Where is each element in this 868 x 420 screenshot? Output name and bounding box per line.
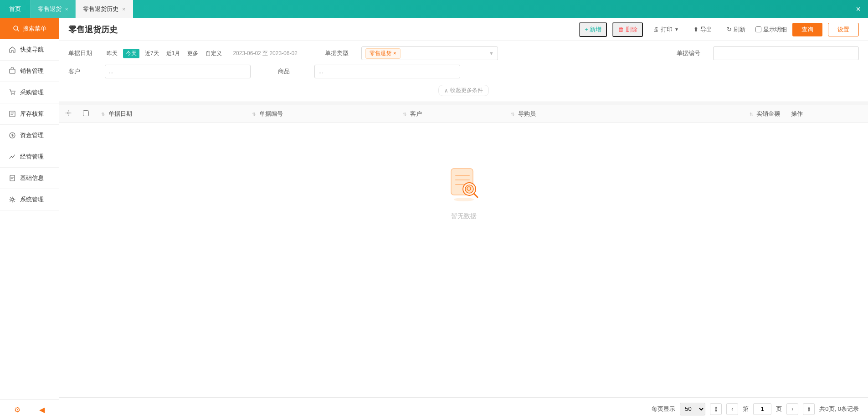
inventory-icon xyxy=(8,110,16,118)
th-guide[interactable]: ⇅ 导购员 xyxy=(505,105,635,123)
svg-rect-7 xyxy=(10,175,15,181)
sidebar-label-basic-info: 基础信息 xyxy=(20,174,44,182)
svg-rect-2 xyxy=(10,69,15,73)
filter-area: 单据日期 昨天 今天 近7天 近1月 更多 自定义 2023-06-02 至 2… xyxy=(59,41,868,102)
sidebar-item-sales[interactable]: 销售管理 xyxy=(0,61,59,82)
show-detail-checkbox[interactable]: 显示明细 xyxy=(755,26,787,34)
date-label: 单据日期 xyxy=(68,49,96,57)
page-header: 零售退货历史 + 新增 🗑 删除 🖨 打印 ▼ ⬆ 导出 ↻ 刷新 xyxy=(59,18,868,41)
top-bar: 首页 零售退货 × 零售退货历史 × × xyxy=(0,0,868,18)
export-label: 导出 xyxy=(700,26,712,34)
refresh-button[interactable]: ↻ 刷新 xyxy=(722,23,750,36)
basic-info-icon xyxy=(8,174,16,182)
tab-home[interactable]: 首页 xyxy=(0,0,31,18)
sidebar-label-operations: 经营管理 xyxy=(20,153,44,161)
doc-type-select[interactable]: 零售退货 × ▼ xyxy=(361,46,498,60)
sidebar-item-operations[interactable]: 经营管理 xyxy=(0,146,59,168)
sidebar-label-inventory: 库存核算 xyxy=(20,110,44,118)
last-page-button[interactable]: ⟫ xyxy=(803,403,815,415)
tab-retail-return[interactable]: 零售退货 × xyxy=(31,0,76,18)
th-customer[interactable]: ⇅ 客户 xyxy=(397,105,505,123)
table-header-row: ⇅ 单据日期 ⇅ 单据编号 ⇅ 客户 ⇅ 导购员 xyxy=(59,105,868,123)
customer-select[interactable]: ... xyxy=(105,65,251,78)
print-button[interactable]: 🖨 打印 ▼ xyxy=(648,23,683,36)
sidebar-item-system[interactable]: 系统管理 xyxy=(0,189,59,210)
th-doc-date-label: 单据日期 xyxy=(108,110,132,117)
show-detail-label: 显示明细 xyxy=(763,26,787,34)
page-size-select[interactable]: 10 20 50 100 xyxy=(680,403,705,415)
sort-arrows-doc-no: ⇅ xyxy=(252,112,256,117)
sidebar-label-system: 系统管理 xyxy=(20,195,44,204)
sidebar-bottom: ⚙ ◀ xyxy=(0,399,59,420)
window-close-button[interactable]: × xyxy=(856,5,861,14)
doc-type-tag-close[interactable]: × xyxy=(393,50,396,56)
th-actual-amount[interactable]: ⇅ 实销金额 xyxy=(635,105,786,123)
filter-row-1: 单据日期 昨天 今天 近7天 近1月 更多 自定义 2023-06-02 至 2… xyxy=(68,46,859,60)
delete-button[interactable]: 🗑 删除 xyxy=(612,22,643,37)
sidebar-item-quick-nav[interactable]: 快捷导航 xyxy=(0,39,59,61)
sidebar-item-basic-info[interactable]: 基础信息 xyxy=(0,168,59,189)
search-icon xyxy=(13,25,20,32)
collapse-label: 收起更多条件 xyxy=(450,87,483,94)
date-btn-today[interactable]: 今天 xyxy=(123,49,139,58)
collapse-sidebar-button[interactable]: ◀ xyxy=(39,405,45,414)
content-area: 零售退货历史 + 新增 🗑 删除 🖨 打印 ▼ ⬆ 导出 ↻ 刷新 xyxy=(59,18,868,420)
setting-button[interactable]: 设置 xyxy=(828,23,859,36)
th-actual-amount-label: 实销金额 xyxy=(756,110,780,117)
th-checkbox[interactable] xyxy=(77,105,96,123)
date-btn-1month[interactable]: 近1月 xyxy=(164,49,182,58)
new-button[interactable]: + 新增 xyxy=(579,22,607,37)
collapse-up-icon: ∧ xyxy=(444,87,448,94)
date-btn-more[interactable]: 更多 xyxy=(185,49,200,58)
doc-type-tag: 零售退货 × xyxy=(365,48,401,59)
doc-no-input[interactable] xyxy=(713,46,859,60)
search-menu-button[interactable]: 搜索菜单 xyxy=(0,18,59,39)
th-doc-no-label: 单据编号 xyxy=(259,110,283,117)
empty-text: 暂无数据 xyxy=(451,212,477,220)
select-all-checkbox[interactable] xyxy=(83,110,89,116)
empty-state: 暂无数据 xyxy=(59,123,868,248)
tab-retail-return-label: 零售退货 xyxy=(38,5,62,13)
th-doc-date[interactable]: ⇅ 单据日期 xyxy=(96,105,247,123)
page-unit: 页 xyxy=(776,405,782,413)
header-actions: + 新增 🗑 删除 🖨 打印 ▼ ⬆ 导出 ↻ 刷新 显示明细 xyxy=(579,22,859,37)
date-btn-7days[interactable]: 近7天 xyxy=(143,49,161,58)
export-button[interactable]: ⬆ 导出 xyxy=(689,23,717,36)
doc-no-label: 单据编号 xyxy=(677,49,704,57)
customer-dots: ... xyxy=(109,68,113,75)
tab-retail-return-history[interactable]: 零售退货历史 × xyxy=(76,0,133,18)
current-page-input[interactable] xyxy=(753,403,771,415)
date-btn-yesterday[interactable]: 昨天 xyxy=(105,49,119,58)
sidebar-item-purchase[interactable]: 采购管理 xyxy=(0,82,59,103)
th-guide-label: 导购员 xyxy=(518,110,536,117)
svg-line-17 xyxy=(474,194,478,197)
refresh-label: 刷新 xyxy=(734,26,745,34)
svg-point-10 xyxy=(454,198,474,201)
prev-page-button[interactable]: ‹ xyxy=(726,403,738,415)
doc-type-container: 零售退货 × ▼ xyxy=(361,46,658,60)
date-btn-custom[interactable]: 自定义 xyxy=(204,49,224,58)
sidebar-item-inventory[interactable]: 库存核算 xyxy=(0,103,59,125)
first-page-button[interactable]: ⟪ xyxy=(710,403,722,415)
sidebar-label-quick-nav: 快捷导航 xyxy=(20,46,44,54)
svg-point-4 xyxy=(14,94,15,95)
query-button[interactable]: 查询 xyxy=(792,23,822,36)
tab-retail-return-close[interactable]: × xyxy=(65,6,68,12)
empty-row: 暂无数据 xyxy=(59,123,868,248)
tab-retail-return-history-close[interactable]: × xyxy=(122,6,125,12)
svg-point-9 xyxy=(67,112,69,114)
next-page-button[interactable]: › xyxy=(786,403,798,415)
goods-select[interactable]: ... xyxy=(314,65,460,78)
gear-button[interactable]: ⚙ xyxy=(14,405,21,414)
collapse-button[interactable]: ∧ 收起更多条件 xyxy=(438,85,489,96)
th-settings[interactable] xyxy=(59,105,77,123)
sort-arrows-actual-amount: ⇅ xyxy=(750,112,753,117)
sidebar-item-finance[interactable]: 资金管理 xyxy=(0,125,59,146)
show-detail-input[interactable] xyxy=(755,26,761,32)
th-doc-no[interactable]: ⇅ 单据编号 xyxy=(247,105,397,123)
sales-icon xyxy=(8,67,16,75)
goods-dots: ... xyxy=(318,68,323,75)
sidebar-label-finance: 资金管理 xyxy=(20,131,44,139)
export-icon: ⬆ xyxy=(693,26,699,33)
sidebar-label-sales: 销售管理 xyxy=(20,67,44,75)
